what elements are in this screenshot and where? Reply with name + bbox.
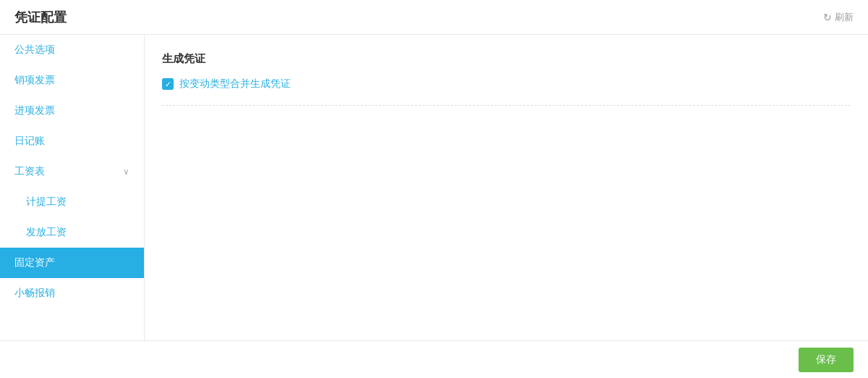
sidebar-item-fixed-assets[interactable]: 固定资产 xyxy=(0,248,144,278)
sidebar-item-expense-report[interactable]: 小畅报销 xyxy=(0,278,144,308)
sidebar-item-journal[interactable]: 日记账 xyxy=(0,126,144,156)
sidebar-item-calc-salary[interactable]: 计提工资 xyxy=(0,187,144,217)
sidebar-item-public-options[interactable]: 公共选项 xyxy=(0,35,144,65)
page-title: 凭证配置 xyxy=(14,9,67,26)
checkmark-icon: ✓ xyxy=(165,80,171,88)
refresh-button[interactable]: ↻ 刷新 xyxy=(823,11,854,24)
save-button[interactable]: 保存 xyxy=(799,348,854,372)
sidebar-label-purchase-invoice: 进项发票 xyxy=(14,104,55,117)
app-container: 凭证配置 ↻ 刷新 公共选项销项发票进项发票日记账工资表∨计提工资发放工资固定资… xyxy=(0,0,868,378)
sidebar-label-fixed-assets: 固定资产 xyxy=(14,256,55,269)
sidebar-item-distribute-salary[interactable]: 发放工资 xyxy=(0,217,144,248)
checkbox-label[interactable]: 按变动类型合并生成凭证 xyxy=(179,77,291,91)
sidebar-item-payroll[interactable]: 工资表∨ xyxy=(0,156,144,187)
sidebar-item-sales-invoice[interactable]: 销项发票 xyxy=(0,65,144,96)
sidebar-label-calc-salary: 计提工资 xyxy=(26,196,67,209)
refresh-label: 刷新 xyxy=(835,11,854,24)
sidebar-label-payroll: 工资表 xyxy=(14,165,45,178)
sidebar-label-distribute-salary: 发放工资 xyxy=(26,226,67,239)
page-footer: 保存 xyxy=(0,340,868,378)
sidebar-label-expense-report: 小畅报销 xyxy=(14,287,55,300)
refresh-icon: ↻ xyxy=(823,12,832,23)
merge-checkbox[interactable]: ✓ xyxy=(162,78,174,90)
sidebar: 公共选项销项发票进项发票日记账工资表∨计提工资发放工资固定资产小畅报销 xyxy=(0,35,145,340)
main-content: 生成凭证 ✓ 按变动类型合并生成凭证 xyxy=(145,35,868,340)
section-divider xyxy=(162,105,851,106)
chevron-down-icon: ∨ xyxy=(123,167,129,177)
sidebar-label-public-options: 公共选项 xyxy=(14,43,55,56)
section-title: 生成凭证 xyxy=(162,52,851,66)
checkbox-row: ✓ 按变动类型合并生成凭证 xyxy=(162,77,851,91)
sidebar-label-sales-invoice: 销项发票 xyxy=(14,74,55,87)
sidebar-item-purchase-invoice[interactable]: 进项发票 xyxy=(0,96,144,126)
page-header: 凭证配置 ↻ 刷新 xyxy=(0,0,868,35)
sidebar-label-journal: 日记账 xyxy=(14,135,45,148)
body-container: 公共选项销项发票进项发票日记账工资表∨计提工资发放工资固定资产小畅报销 生成凭证… xyxy=(0,35,868,340)
